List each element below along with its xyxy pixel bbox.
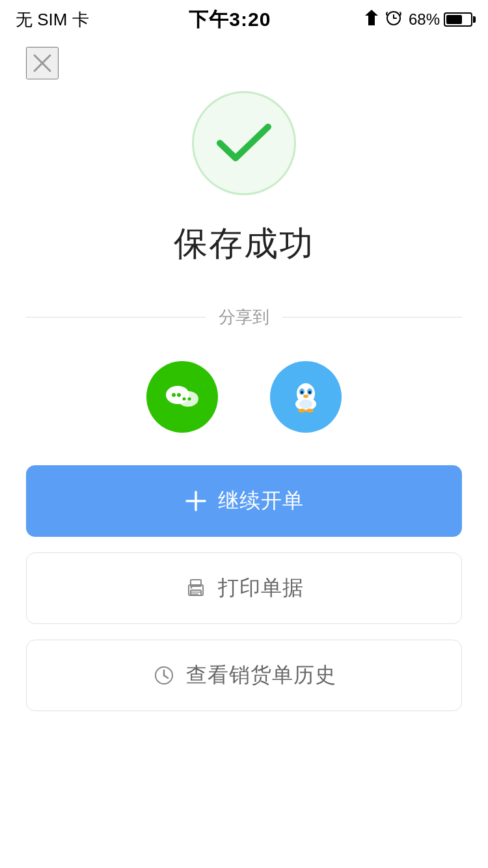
actions-container: 继续开单 打印单据 查看销货单历史 bbox=[0, 465, 488, 711]
continue-label: 继续开单 bbox=[218, 487, 304, 515]
svg-point-14 bbox=[308, 391, 311, 394]
alarm-icon bbox=[385, 9, 402, 30]
divider-line-left bbox=[26, 317, 206, 318]
battery-indicator: 68% bbox=[409, 10, 472, 29]
checkmark-icon bbox=[215, 120, 273, 166]
qq-icon bbox=[284, 375, 327, 418]
print-button[interactable]: 打印单据 bbox=[26, 552, 462, 624]
history-label: 查看销货单历史 bbox=[186, 661, 336, 690]
success-title: 保存成功 bbox=[174, 221, 314, 267]
status-indicators: 68% bbox=[364, 9, 472, 30]
history-button[interactable]: 查看销货单历史 bbox=[26, 640, 462, 711]
status-carrier: 无 SIM 卡 bbox=[16, 8, 96, 31]
battery-icon bbox=[444, 12, 472, 27]
share-label: 分享到 bbox=[219, 306, 269, 329]
svg-line-29 bbox=[164, 675, 168, 678]
print-label: 打印单据 bbox=[218, 574, 304, 603]
share-icons-container bbox=[26, 361, 462, 433]
svg-point-18 bbox=[299, 400, 312, 409]
svg-point-17 bbox=[306, 409, 314, 413]
printer-icon bbox=[184, 576, 208, 600]
svg-rect-23 bbox=[191, 590, 201, 595]
divider-line-right bbox=[282, 317, 462, 318]
svg-point-26 bbox=[191, 587, 193, 589]
close-button[interactable] bbox=[26, 47, 59, 79]
share-divider: 分享到 bbox=[26, 306, 462, 329]
battery-percentage: 68% bbox=[409, 10, 440, 29]
status-bar: 无 SIM 卡 下午3:20 bbox=[0, 0, 488, 39]
svg-point-7 bbox=[183, 398, 186, 401]
clock-icon bbox=[152, 664, 176, 687]
svg-point-16 bbox=[298, 409, 306, 413]
status-time: 下午3:20 bbox=[189, 7, 271, 33]
main-content: 保存成功 分享到 bbox=[0, 39, 488, 711]
carrier-text: 无 SIM 卡 bbox=[16, 8, 89, 31]
svg-point-5 bbox=[172, 393, 176, 397]
continue-button[interactable]: 继续开单 bbox=[26, 465, 462, 537]
svg-point-6 bbox=[177, 393, 181, 397]
plus-icon bbox=[184, 489, 208, 513]
svg-point-12 bbox=[301, 391, 303, 394]
share-wechat-button[interactable] bbox=[146, 361, 218, 433]
wechat-icon bbox=[161, 375, 204, 418]
share-qq-button[interactable] bbox=[270, 361, 342, 433]
location-icon bbox=[364, 9, 379, 30]
svg-point-8 bbox=[188, 398, 191, 401]
svg-point-15 bbox=[303, 395, 308, 398]
success-icon-circle bbox=[192, 91, 296, 195]
share-section: 分享到 bbox=[0, 306, 488, 433]
